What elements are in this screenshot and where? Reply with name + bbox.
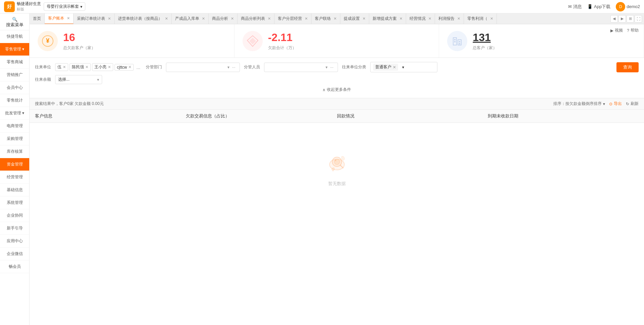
tab-customer-layer[interactable]: 客户分层经营 ✕ (274, 13, 311, 24)
query-button[interactable]: 查询 (616, 62, 639, 72)
tab-expand-button[interactable]: ⊞ (627, 15, 634, 23)
tab-next-button[interactable]: ▶ (618, 15, 626, 23)
sidebar-item-newbie[interactable]: 新手引导 (0, 222, 29, 235)
tab-product-analysis[interactable]: 商品分析 ✕ (209, 13, 238, 24)
sidebar-item-quick-nav[interactable]: 快捷导航 (0, 30, 29, 43)
unit-tag-chen-close-icon[interactable]: ✕ (85, 65, 88, 69)
sidebar-ecommerce-label: 电商管理 (7, 123, 23, 128)
remaining-select[interactable]: 选择... ▾ (55, 75, 102, 84)
sidebar-item-basic-info[interactable]: 基础信息 (0, 184, 29, 196)
user-profile-button[interactable]: D demo2 (616, 2, 640, 11)
tab-close-icon[interactable]: ✕ (362, 16, 366, 21)
classify-tag-normal[interactable]: 普通客户 ✕ (373, 64, 398, 71)
tab-close-icon[interactable]: ✕ (490, 16, 493, 21)
sidebar-item-enterprise[interactable]: 企业协同 (0, 209, 29, 222)
sidebar-item-operations[interactable]: 经营管理 (0, 171, 29, 184)
classify-tag-text: 普通客户 (375, 64, 391, 70)
diamond-icon (246, 34, 259, 48)
export-button[interactable]: ⊙ 导出 (609, 101, 622, 107)
video-button[interactable]: ▶ 视频 (610, 28, 623, 33)
tab-business-status[interactable]: 经营情况 ✕ (406, 13, 435, 24)
tab-controls: ◀ ▶ ⊞ ⛶ (608, 15, 644, 23)
tab-stock-stats-label: 进货单统计表（按商品） (118, 16, 162, 22)
sidebar-item-ecommerce[interactable]: 电商管理 (0, 120, 29, 133)
tab-close-icon[interactable]: ✕ (334, 16, 337, 21)
version-label: 母婴行业演示帐套 (47, 4, 79, 9)
sidebar-item-inventory[interactable]: 库存核算 (0, 145, 29, 158)
remaining-label: 往来余额 (35, 77, 51, 82)
tab-customer-ledger[interactable]: 客户账本 ✕ (45, 13, 74, 24)
person-extra-icon[interactable]: ··· (329, 64, 335, 70)
app-download-button[interactable]: 📱 App下载 (587, 4, 610, 10)
sidebar-item-retail-mall[interactable]: 零售商城 (0, 56, 29, 69)
stat-info-total: 131 总客户（家） (473, 31, 497, 51)
tab-close-icon[interactable]: ✕ (305, 16, 308, 21)
header-actions: ▶ 视频 ? 帮助 (610, 28, 639, 33)
unit-tag-wang[interactable]: 王小亮 ✕ (92, 63, 113, 71)
tab-stock-stats[interactable]: 进货单统计表（按商品） ✕ (115, 13, 172, 24)
tab-close-icon[interactable]: ✕ (428, 16, 431, 21)
sidebar-retail-stats-label: 零售统计 (7, 98, 23, 103)
sidebar-search[interactable]: 🔍 搜索菜单 (0, 13, 29, 30)
sidebar-item-finance[interactable]: 资金管理 (0, 158, 29, 171)
tab-new-commission[interactable]: 新增提成方案 ✕ (369, 13, 406, 24)
unit-tag-cj[interactable]: cjttcw ✕ (115, 64, 134, 71)
sidebar-retail-label: 零售管理 ▾ (5, 47, 24, 51)
sidebar-item-members[interactable]: 会员中心 (0, 81, 29, 94)
tab-fullscreen-button[interactable]: ⛶ (635, 15, 642, 23)
tab-retail-profit[interactable]: 零售利润（ ✕ (464, 13, 497, 24)
unit-tag-wu-close-icon[interactable]: ✕ (63, 65, 66, 69)
unit-tag-wu[interactable]: 伍 ✕ (55, 63, 68, 71)
message-button[interactable]: ✉ 消息 (568, 4, 582, 10)
version-select[interactable]: 母婴行业演示帐套 ▾ (44, 2, 85, 11)
unit-tag-chen[interactable]: 陈民强 ✕ (70, 63, 91, 71)
tab-close-icon[interactable]: ✕ (268, 16, 271, 21)
tab-finished-goods[interactable]: 产成品入库单 ✕ (172, 13, 209, 24)
question-icon: ? (627, 28, 629, 33)
tab-product-analysis-list[interactable]: 商品分析列表 ✕ (238, 13, 274, 24)
tab-profit-report[interactable]: 利润报告 ✕ (435, 13, 464, 24)
top-bar: 好 畅捷通好生意 标版 母婴行业演示帐套 ▾ ✉ 消息 📱 App下载 D de… (0, 0, 644, 13)
help-button[interactable]: ? 帮助 (627, 28, 639, 33)
sidebar-item-retail-mgmt[interactable]: 零售管理 ▾ (0, 43, 29, 56)
tab-product-analysis-list-label: 商品分析列表 (241, 16, 265, 22)
svg-rect-9 (459, 43, 460, 44)
refresh-button[interactable]: ↻ 刷新 (626, 101, 639, 107)
unit-tag-wang-close-icon[interactable]: ✕ (108, 65, 111, 69)
sidebar-item-chang-member[interactable]: 畅会员 (0, 260, 29, 273)
tab-customer-contact[interactable]: 客户联络 ✕ (311, 13, 340, 24)
sidebar-item-retail-stats[interactable]: 零售统计 (0, 94, 29, 107)
tab-commission-settings[interactable]: 提成设置 ✕ (340, 13, 369, 24)
sidebar-item-app-center[interactable]: 应用中心 (0, 235, 29, 248)
unit-more-button[interactable]: ... (135, 64, 142, 71)
unit-tag-cj-close-icon[interactable]: ✕ (128, 65, 131, 69)
tab-close-icon[interactable]: ✕ (165, 16, 168, 21)
tab-close-icon[interactable]: ✕ (108, 16, 111, 21)
tab-close-icon[interactable]: ✕ (457, 16, 460, 21)
sidebar-newbie-label: 新手引导 (7, 226, 23, 230)
dept-select[interactable]: ▾ ··· (166, 63, 240, 72)
person-select[interactable]: ▾ ··· (264, 63, 338, 72)
classify-select[interactable]: 普通客户 ✕ ▾ (370, 62, 437, 72)
version-arrow-icon: ▾ (80, 4, 82, 9)
sidebar-item-marketing[interactable]: 营销推广 (0, 69, 29, 81)
stat-value-total: 131 (473, 31, 497, 44)
sidebar-basic-info-label: 基础信息 (7, 187, 23, 192)
tab-prev-button[interactable]: ◀ (610, 15, 618, 23)
classify-tag-close-icon[interactable]: ✕ (393, 65, 396, 70)
tab-close-icon[interactable]: ✕ (399, 16, 402, 21)
collapse-button[interactable]: ∧ 收起更多条件 (320, 85, 354, 94)
svg-text:¥: ¥ (46, 37, 49, 44)
sidebar-retail-mall-label: 零售商城 (7, 60, 23, 64)
tab-close-icon[interactable]: ✕ (67, 16, 70, 21)
tab-home[interactable]: 首页 (30, 13, 45, 24)
sidebar-item-system[interactable]: 系统管理 (0, 196, 29, 209)
sidebar-item-wholesale[interactable]: 批发管理 ▾ (0, 107, 29, 120)
result-info: 搜索结果中，客户0家 欠款金额 0.00元 (35, 101, 104, 107)
tab-close-icon[interactable]: ✕ (231, 16, 234, 21)
tab-close-icon[interactable]: ✕ (202, 16, 205, 21)
tab-purchase-order-stats[interactable]: 采购订单统计表 ✕ (74, 13, 115, 24)
sidebar-item-enterprise-wechat[interactable]: 企业微信 (0, 248, 29, 260)
sidebar-item-purchase[interactable]: 采购管理 (0, 133, 29, 145)
dept-extra-icon[interactable]: ··· (231, 64, 237, 70)
